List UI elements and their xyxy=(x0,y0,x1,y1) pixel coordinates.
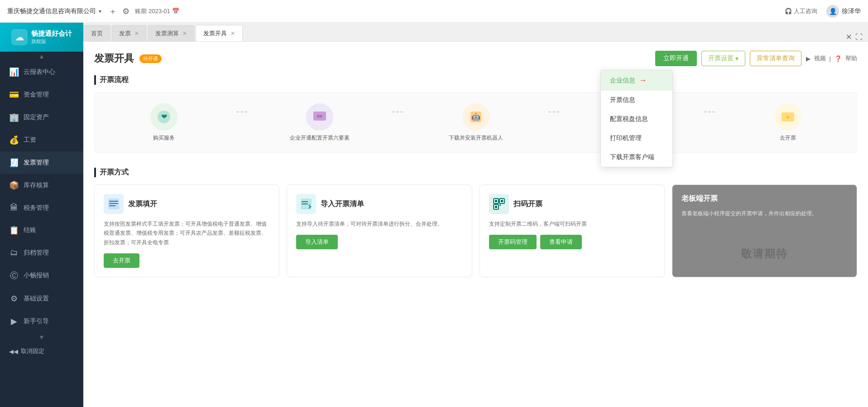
main-layout: ☁ 畅捷通好会计 旗舰版 ▲ 📊 云报表中心 💳 资金管理 🏢 固定资产 💰 工… xyxy=(0,23,868,407)
svg-text:≡≡: ≡≡ xyxy=(317,114,322,119)
scroll-down-btn[interactable]: ▼ xyxy=(0,333,83,342)
svg-rect-20 xyxy=(495,200,497,202)
sidebar-item-xinshouyindao[interactable]: ▶ 新手引导 xyxy=(0,310,83,333)
username: 徐泽华 xyxy=(842,7,861,15)
dropdown-download-client-label: 下载开票客户端 xyxy=(610,153,654,161)
tab-fapiaocesuan[interactable]: 发票测算 ✕ xyxy=(148,25,195,41)
sidebar-item-shuiwu[interactable]: 🏛 税务管理 xyxy=(0,197,83,219)
jichushezhi-icon: ⚙ xyxy=(9,294,19,304)
tab-home[interactable]: 首页 xyxy=(83,25,110,41)
cancel-fixed-btn[interactable]: ◀◀ 取消固定 xyxy=(0,342,83,361)
logo-icon: ☁ xyxy=(11,29,28,45)
sidebar-item-label: 资金管理 xyxy=(24,91,49,99)
logo-sub: 旗舰版 xyxy=(31,38,72,45)
view-apply-button[interactable]: 查看申请 xyxy=(540,235,582,249)
period-value: 2023-01 xyxy=(149,8,170,15)
step-go-invoice-icon: ≡ xyxy=(774,103,801,131)
step-buy-label: 购买服务 xyxy=(153,134,175,142)
sidebar-item-guidang[interactable]: 🗂 归档管理 xyxy=(0,242,83,264)
tab-fapiaocesuan-close[interactable]: ✕ xyxy=(182,30,187,37)
cancel-fixed-label: 取消固定 xyxy=(21,347,44,355)
play-icon: ▶ xyxy=(806,55,810,62)
zijin-icon: 💳 xyxy=(9,90,19,100)
guidang-icon: 🗂 xyxy=(9,248,19,257)
flow-step-buy: ❤ 购买服务 xyxy=(104,103,224,142)
sidebar-item-zijin[interactable]: 💳 资金管理 xyxy=(0,83,83,106)
service-button[interactable]: 🎧 人工咨询 xyxy=(785,7,817,15)
step-download-label: 下载并安装开票机器人 xyxy=(449,134,503,142)
maximize-btn[interactable]: ⛶ xyxy=(855,33,863,41)
tab-fapiao[interactable]: 发票 ✕ xyxy=(111,25,147,41)
service-label: 人工咨询 xyxy=(794,7,817,15)
tab-fapiao-close[interactable]: ✕ xyxy=(134,30,139,37)
svg-rect-15 xyxy=(302,201,308,202)
dropdown-item-tax-config[interactable]: 配置税盘信息 xyxy=(601,110,672,129)
dropdown-item-printer[interactable]: 打印机管理 xyxy=(601,129,672,148)
abnormal-query-button[interactable]: 异常清单查询 xyxy=(750,51,801,66)
tab-fapiaocesuan-label: 发票测算 xyxy=(155,29,179,38)
jiezhang-icon: 📋 xyxy=(9,225,19,235)
step-connector-2 xyxy=(380,111,416,123)
sidebar-item-jichushezhi[interactable]: ⚙ 基础设置 xyxy=(0,287,83,310)
dropdown-printer-label: 打印机管理 xyxy=(610,134,642,142)
svg-rect-12 xyxy=(109,203,118,204)
qr-manage-button[interactable]: 开票码管理 xyxy=(489,235,537,249)
yunbao-icon: 📊 xyxy=(9,67,19,77)
header-actions: 立即开通 开票设置 ▾ 企业信息 → xyxy=(655,51,857,66)
fapiao-icon: 🧾 xyxy=(9,158,19,168)
immediate-open-button[interactable]: 立即开通 xyxy=(655,51,697,66)
sidebar-item-label: 基础设置 xyxy=(24,295,49,303)
sidebar-item-gudingzichan[interactable]: 🏢 固定资产 xyxy=(0,106,83,129)
sidebar-item-fapiao[interactable]: 🧾 发票管理 xyxy=(0,151,83,174)
top-bar: 重庆畅捷交通信息咨询有限公司 ▾ ＋ ⚙ 账期 2023-01 📅 🎧 人工咨询… xyxy=(0,0,868,23)
scroll-up-btn[interactable]: ▲ xyxy=(0,52,83,61)
sidebar-item-xiaochang[interactable]: Ⓒ 小畅报销 xyxy=(0,264,83,287)
go-invoice-button[interactable]: 去开票 xyxy=(104,253,139,268)
settings-icon[interactable]: ⚙ xyxy=(122,6,129,16)
svg-text:❤: ❤ xyxy=(161,113,167,121)
calendar-icon[interactable]: 📅 xyxy=(172,8,179,15)
company-selector[interactable]: 重庆畅捷交通信息咨询有限公司 ▾ xyxy=(7,7,101,15)
help-label[interactable]: 帮助 xyxy=(845,54,857,63)
method-import-icon xyxy=(296,194,316,214)
help-area: ▶ 视频 | ❓ 帮助 xyxy=(806,54,857,63)
method-scan-title: 扫码开票 xyxy=(513,199,542,209)
boss-desc: 查看老板端小程序提交的开票申请，并作出相应的处理。 xyxy=(681,209,848,218)
page-title: 发票开具 xyxy=(94,52,134,65)
tab-fapiaokaiiju-close[interactable]: ✕ xyxy=(230,30,235,37)
settings-dropdown-container: 开票设置 ▾ 企业信息 → 开票信息 xyxy=(701,51,745,66)
step-connector-1 xyxy=(224,111,260,123)
avatar: 👤 xyxy=(826,5,839,18)
coming-soon-text: 敬请期待 xyxy=(741,247,788,261)
sidebar-item-kucun[interactable]: 📦 库存核算 xyxy=(0,174,83,197)
dropdown-item-company-info[interactable]: 企业信息 → xyxy=(601,70,672,91)
step-connector-3 xyxy=(536,111,572,123)
tab-home-label: 首页 xyxy=(91,29,103,38)
settings-dropdown-menu: 企业信息 → 开票信息 配置税盘信息 打印机管理 xyxy=(600,70,673,167)
invoice-settings-button[interactable]: 开票设置 ▾ xyxy=(701,51,745,66)
page-header: 发票开具 待开通 立即开通 开票设置 ▾ 企业信息 xyxy=(94,51,857,66)
user-info[interactable]: 👤 徐泽华 xyxy=(826,5,861,18)
tab-fapiaokaiiju[interactable]: 发票开具 ✕ xyxy=(196,25,243,41)
scan-buttons: 开票码管理 查看申请 xyxy=(489,235,655,249)
svg-rect-13 xyxy=(109,205,115,206)
dropdown-item-download-client[interactable]: 下载开票客户端 xyxy=(601,148,672,167)
sidebar-item-jiezhang[interactable]: 📋 结账 xyxy=(0,219,83,242)
xinshouyindao-icon: ▶ xyxy=(9,316,19,326)
dropdown-item-invoice-info[interactable]: 开票信息 xyxy=(601,91,672,110)
svg-text:🤖: 🤖 xyxy=(471,112,480,121)
sidebar-item-yunbao[interactable]: 📊 云报表中心 xyxy=(0,61,83,83)
step-buy-icon: ❤ xyxy=(150,103,177,131)
step-connector-4 xyxy=(692,111,728,123)
import-list-button[interactable]: 导入清单 xyxy=(296,235,338,249)
period-label-text: 账期 xyxy=(135,7,147,15)
top-right-area: 🎧 人工咨询 👤 徐泽华 xyxy=(785,5,861,18)
method-card-fill: 发票填开 支持按照发票样式手工填开发票；可开具增值税电子普通发票、增值税普通发票… xyxy=(94,184,279,277)
tab-fapiao-label: 发票 xyxy=(119,29,131,38)
close-panel-btn[interactable]: ✕ xyxy=(846,33,852,41)
sidebar-item-gongzi[interactable]: 💰 工资 xyxy=(0,129,83,151)
add-button[interactable]: ＋ xyxy=(109,6,117,17)
method-fill-desc: 支持按照发票样式手工填开发票；可开具增值税电子普通发票、增值税普通发票、增值税专… xyxy=(104,219,270,247)
video-label[interactable]: 视频 xyxy=(814,54,826,63)
boss-content: 老板端开票 查看老板端小程序提交的开票申请，并作出相应的处理。 xyxy=(681,194,848,218)
